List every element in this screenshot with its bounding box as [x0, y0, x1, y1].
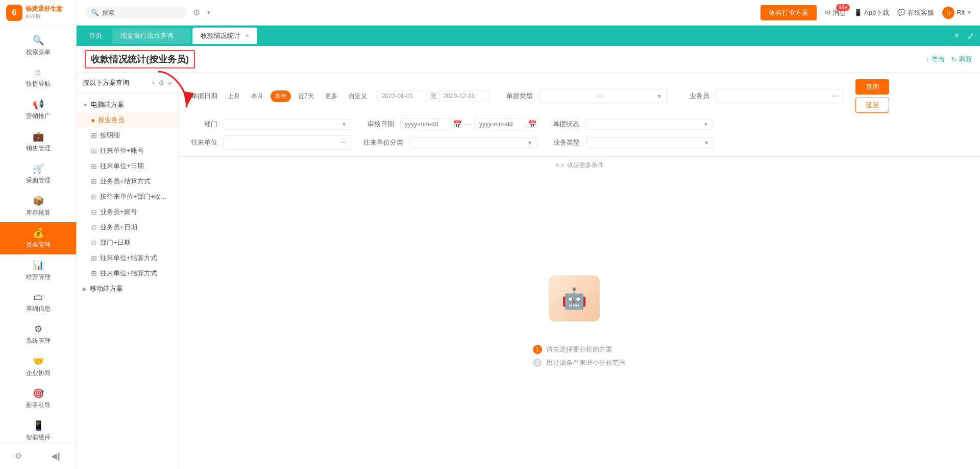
doc-status-select[interactable]: ▼	[585, 119, 713, 130]
tree-group-desktop-header[interactable]: ▼ 电脑端方案	[77, 97, 178, 112]
partner-category-label: 往来单位分类	[363, 138, 403, 147]
sidebar-item-capital[interactable]: 💰 资金管理	[0, 222, 76, 254]
doc-type-select[interactable]: ··· ▼	[539, 89, 667, 103]
date-to-input[interactable]	[439, 90, 490, 102]
date-btn-this-year[interactable]: 本年	[271, 90, 291, 102]
sidebar-item-new-guide[interactable]: 🎯 新手引导	[0, 383, 76, 415]
collapse-label: 收起更多条件	[567, 161, 604, 169]
salesperson-select[interactable]: ···	[716, 89, 843, 103]
topbar-search-icon: 🔍	[91, 9, 99, 16]
empty-illustration: 🤖	[549, 275, 610, 337]
sidebar-item-label-sales: 销售管理	[26, 144, 51, 153]
date-btn-this-month[interactable]: 本月	[247, 90, 267, 102]
refresh-btn[interactable]: ↻ 刷新	[951, 55, 972, 64]
sidebar-item-system[interactable]: ⚙ 系统管理	[0, 318, 76, 350]
topbar-gear-icon[interactable]: ⚙	[193, 8, 200, 17]
partner-dots[interactable]: ···	[340, 138, 347, 147]
panel-settings-icon[interactable]: ⚙	[158, 79, 165, 87]
sidebar-item-inventory[interactable]: 📦 库存核算	[0, 190, 76, 222]
tree-item-partner-settlement1[interactable]: ⊞ 往来单位+结算方式	[77, 250, 178, 266]
partner-category-select[interactable]: ▼	[409, 137, 537, 148]
tree-item-partner-dept-collection[interactable]: ⊞ 按往来单位+部门+收...	[77, 189, 178, 204]
partner-select[interactable]: ···	[224, 135, 351, 150]
business-type-select[interactable]: ▼	[586, 137, 714, 148]
dept-select[interactable]: ▼	[224, 119, 351, 130]
user-action[interactable]: R Rit ▼	[942, 7, 972, 19]
tree-item-salesperson-date[interactable]: ⊙ 业务员+日期	[77, 220, 178, 235]
sidebar-item-marketing[interactable]: 📢 营销推广	[0, 93, 76, 126]
salesperson-dots[interactable]: ···	[831, 91, 838, 101]
review-date-from-cal-icon[interactable]: 📅	[453, 120, 462, 128]
tree-item-label-sp-date: 业务员+日期	[100, 223, 137, 232]
sidebar-item-sales[interactable]: 💼 销售管理	[0, 126, 76, 158]
tip-text-2: 用过滤条件来缩小分析范围	[546, 358, 626, 367]
tab-collection-stats-close[interactable]: ×	[246, 32, 249, 39]
tab-collection-stats[interactable]: 收款情况统计 ×	[192, 28, 257, 44]
sidebar-item-quick-nav[interactable]: ⌂ 快捷导航	[0, 62, 76, 93]
tree-item-partner-account[interactable]: ⊞ 往来单位+账号	[77, 143, 178, 158]
filter-row-3: 往来单位 ··· 往来单位分类 ▼ 业务类型	[187, 135, 972, 150]
main-content: 🔍 ⚙ ▼ 体验行业方案 ✉ 消息 99+ 📱 App下载 💬 在线客服	[77, 0, 980, 469]
tree-item-icon-detail: ⊞	[91, 131, 97, 139]
tab-bank-flow[interactable]: 现金银行流水查询 ×	[112, 28, 190, 44]
topbar-search-input[interactable]	[102, 9, 163, 16]
collapse-bar[interactable]: ∧∧ 收起更多条件	[179, 156, 980, 174]
tree-group-mobile-label: 移动端方案	[90, 284, 123, 293]
refresh-icon: ↻	[951, 56, 957, 63]
collapse-sidebar-icon[interactable]: ◀‖	[48, 448, 64, 464]
date-from-input[interactable]	[377, 90, 428, 102]
app-download-action[interactable]: 📱 App下载	[854, 8, 889, 17]
sidebar-item-basic[interactable]: 🗃 基础信息	[0, 287, 76, 318]
tree-item-salesperson-settlement[interactable]: ⊞ 业务员+结算方式	[77, 174, 178, 189]
tab-collection-stats-label: 收款情况统计	[201, 31, 240, 40]
panel-add-icon[interactable]: +	[151, 79, 155, 87]
enterprise-collab-icon: 🤝	[33, 356, 44, 367]
tree-item-by-detail[interactable]: ⊞ 按明细	[77, 128, 178, 143]
tree-arrow-desktop: ▼	[83, 102, 88, 108]
sidebar-item-operation[interactable]: 📊 经营管理	[0, 254, 76, 287]
tab-bank-flow-close[interactable]: ×	[179, 32, 182, 39]
panel-collapse-icon[interactable]: «	[168, 79, 172, 87]
online-service-icon: 💬	[897, 9, 905, 16]
expand-window-btn[interactable]: ⤢	[965, 29, 976, 43]
doc-type-label: 单据类型	[502, 91, 533, 101]
sidebar-item-label-collab: 企业协同	[26, 369, 51, 378]
tree-item-dept-date[interactable]: ⊙ 部门+日期	[77, 235, 178, 250]
date-btn-more[interactable]: 更多	[321, 90, 341, 102]
business-type-arrow: ▼	[704, 140, 709, 146]
sidebar-item-smart-hardware[interactable]: 📱 智能硬件	[0, 415, 76, 442]
review-date-to[interactable]	[475, 118, 526, 130]
sidebar-item-search-menu[interactable]: 🔍 搜索菜单	[0, 30, 76, 62]
doc-type-dots[interactable]: ···	[598, 91, 604, 101]
date-label: 单据日期	[187, 91, 217, 101]
tree-item-icon-ps1: ⊞	[91, 254, 97, 262]
date-btn-custom[interactable]: 自定义	[345, 90, 371, 102]
sidebar-item-purchase[interactable]: 🛒 采购管理	[0, 158, 76, 190]
tree-item-icon-partner-date: ⊞	[91, 162, 97, 170]
tree-item-partner-date[interactable]: ⊞ 往来单位+日期	[77, 158, 178, 174]
query-button[interactable]: 查询	[855, 79, 889, 95]
messages-action[interactable]: ✉ 消息 99+	[825, 8, 846, 17]
review-date-from[interactable]	[400, 118, 451, 130]
date-btn-7days[interactable]: 近7天	[294, 90, 318, 102]
settings-bottom-icon[interactable]: ⚙	[12, 448, 25, 464]
topbar-search-box[interactable]: 🔍	[85, 7, 187, 18]
tab-home[interactable]: 首页	[81, 28, 110, 44]
settings-button[interactable]: 设置	[855, 98, 889, 113]
date-btn-last-month[interactable]: 上月	[224, 90, 244, 102]
trial-button[interactable]: 体验行业方案	[761, 5, 817, 20]
tree-item-partner-settlement2[interactable]: ⊞ 往来单位+结算方式	[77, 266, 178, 281]
topbar-right: 体验行业方案 ✉ 消息 99+ 📱 App下载 💬 在线客服 R Rit	[761, 5, 972, 20]
tree-item-salesperson-account[interactable]: ⊟ 业务员+账号	[77, 204, 178, 220]
close-window-btn[interactable]: ×	[952, 29, 961, 43]
sidebar-item-enterprise-collab[interactable]: 🤝 企业协同	[0, 350, 76, 383]
app-download-label: App下载	[864, 8, 889, 17]
tree-group-mobile-header[interactable]: ▶ 移动端方案	[77, 281, 178, 296]
logo-icon: 6	[6, 5, 22, 21]
system-icon: ⚙	[34, 323, 42, 335]
online-service-action[interactable]: 💬 在线客服	[897, 8, 934, 17]
topbar-dropdown-arrow[interactable]: ▼	[206, 10, 211, 15]
export-btn[interactable]: ↑ 导出	[926, 55, 945, 64]
tree-item-by-salesperson[interactable]: ● 按业务员	[77, 112, 178, 128]
review-date-to-cal-icon[interactable]: 📅	[528, 120, 536, 128]
